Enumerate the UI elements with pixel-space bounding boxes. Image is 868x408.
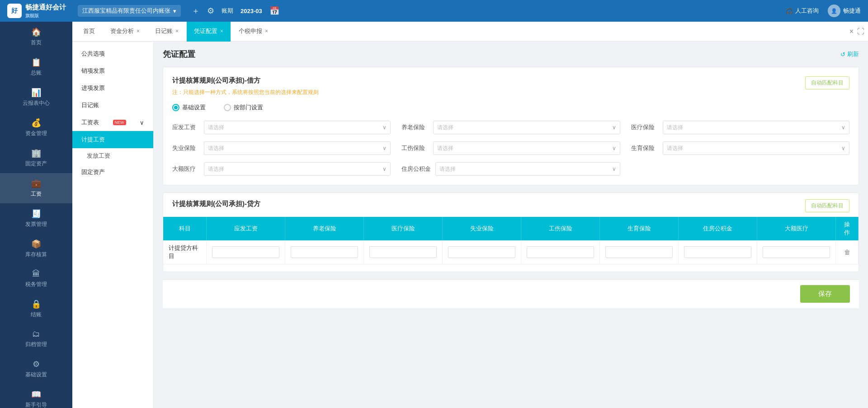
radio-group: 基础设置 按部门设置 bbox=[172, 103, 849, 112]
radio-basic[interactable]: 基础设置 bbox=[172, 103, 206, 112]
add-button[interactable]: ＋ bbox=[192, 5, 200, 16]
tab-win-controls: × ⛶ bbox=[849, 28, 864, 36]
tab-tax[interactable]: 个税申报 × bbox=[231, 22, 275, 42]
top-right: 🎧 人工咨询 👤 畅捷通 bbox=[786, 5, 861, 17]
nav-journal[interactable]: 日记账 bbox=[72, 97, 153, 114]
nav-fixed-assets[interactable]: 固定资产 bbox=[72, 164, 153, 181]
debit-section: 计提核算规则(公司承担)-借方 注：只能选择一种方式，系统将按照您当前的选择来配… bbox=[163, 67, 859, 185]
calendar-icon[interactable]: 📅 bbox=[269, 6, 279, 16]
th-salary: 应发工资 bbox=[207, 217, 285, 240]
tab-journal[interactable]: 日记账 × bbox=[148, 22, 186, 42]
sidebar-label-ledger: 总账 bbox=[31, 69, 42, 77]
nav-public[interactable]: 公共选项 bbox=[72, 45, 153, 62]
service-btn[interactable]: 🎧 人工咨询 bbox=[786, 7, 819, 15]
td-medical-input[interactable] bbox=[364, 240, 443, 264]
sidebar-item-assets[interactable]: 🏢 固定资产 bbox=[0, 143, 72, 173]
company-selector[interactable]: 江西服宝精品有限责任公司内账张 ▾ bbox=[78, 5, 181, 17]
sidebar-item-archive[interactable]: 🗂 归档管理 bbox=[0, 324, 72, 354]
select-medical-placeholder: 请选择 bbox=[667, 124, 683, 131]
sidebar-item-close[interactable]: 🔒 结账 bbox=[0, 294, 72, 324]
sidebar-label-home: 首页 bbox=[31, 39, 42, 47]
refresh-icon: ↺ bbox=[840, 51, 845, 58]
radio-dept[interactable]: 按部门设置 bbox=[224, 103, 263, 112]
tab-journal-close[interactable]: × bbox=[175, 28, 179, 34]
label-bigmedical: 大额医疗 bbox=[172, 165, 199, 173]
nav-fixed-assets-label: 固定资产 bbox=[81, 168, 105, 176]
credit-auto-match-btn[interactable]: 自动匹配科目 bbox=[805, 199, 849, 212]
sidebar-item-settings[interactable]: ⚙ 基础设置 bbox=[0, 354, 72, 384]
select-injury[interactable]: 请选择 ∨ bbox=[433, 141, 620, 155]
tab-home[interactable]: 首页 bbox=[76, 22, 102, 42]
input-maternity[interactable] bbox=[605, 246, 673, 258]
input-housing[interactable] bbox=[684, 246, 751, 258]
td-housing-input[interactable] bbox=[679, 240, 757, 264]
nav-purchase-label: 进项发票 bbox=[81, 84, 105, 92]
input-bigmedical[interactable] bbox=[763, 246, 830, 258]
select-medical[interactable]: 请选择 ∨ bbox=[663, 121, 849, 134]
select-salary[interactable]: 请选择 ∨ bbox=[204, 121, 391, 134]
tab-tax-close[interactable]: × bbox=[265, 28, 268, 34]
td-salary-input[interactable] bbox=[207, 240, 285, 264]
th-pension: 养老保险 bbox=[285, 217, 364, 240]
ledger-icon: 📋 bbox=[31, 57, 41, 67]
sidebar-item-ledger[interactable]: 📋 总账 bbox=[0, 52, 72, 82]
delete-icon[interactable]: 🗑 bbox=[844, 249, 850, 256]
select-pension[interactable]: 请选择 ∨ bbox=[433, 121, 620, 134]
win-expand-btn[interactable]: ⛶ bbox=[857, 28, 864, 36]
service-label: 人工咨询 bbox=[795, 7, 819, 15]
sidebar-item-invoices[interactable]: 🧾 发票管理 bbox=[0, 203, 72, 234]
input-unemployment[interactable] bbox=[448, 246, 515, 258]
sidebar-item-reports[interactable]: 📊 云报表中心 bbox=[0, 82, 72, 113]
chevron-icon5: ∨ bbox=[612, 145, 616, 151]
close-accounts-icon: 🔒 bbox=[31, 299, 41, 309]
select-salary-placeholder: 请选择 bbox=[208, 124, 224, 131]
content-area: 首页 资金分析 × 日记账 × 凭证配置 × 个税申报 × × ⛶ bbox=[72, 22, 868, 408]
tab-funds[interactable]: 资金分析 × bbox=[103, 22, 147, 42]
select-unemployment[interactable]: 请选择 ∨ bbox=[204, 141, 391, 155]
archive-icon: 🗂 bbox=[32, 329, 40, 339]
sidebar-item-salary[interactable]: 💼 工资 bbox=[0, 173, 72, 203]
sidebar-item-inventory[interactable]: 📦 库存核算 bbox=[0, 234, 72, 264]
sidebar-item-funds[interactable]: 💰 资金管理 bbox=[0, 113, 72, 143]
input-medical[interactable] bbox=[369, 246, 437, 258]
td-maternity-input[interactable] bbox=[600, 240, 679, 264]
sidebar-item-home[interactable]: 🏠 首页 bbox=[0, 22, 72, 52]
user-area[interactable]: 👤 畅捷通 bbox=[828, 5, 861, 17]
form-row-medical: 医疗保险 请选择 ∨ bbox=[631, 121, 849, 134]
td-action[interactable]: 🗑 bbox=[836, 240, 859, 264]
nav-salary-table[interactable]: 工资表 NEW ∨ bbox=[72, 114, 153, 131]
nav-calc-salary[interactable]: 计提工资 bbox=[72, 131, 153, 148]
select-housing[interactable]: 请选择 ∨ bbox=[435, 162, 620, 176]
chevron-icon4: ∨ bbox=[382, 145, 387, 151]
page-content: 公共选项 销项发票 进项发票 日记账 工资表 NEW ∨ 计提工资 bbox=[72, 42, 868, 408]
save-button[interactable]: 保存 bbox=[800, 285, 850, 303]
headphone-icon: 🎧 bbox=[786, 8, 793, 14]
reports-icon: 📊 bbox=[31, 88, 41, 98]
sidebar-label-reports: 云报表中心 bbox=[23, 99, 50, 107]
nav-purchase[interactable]: 进项发票 bbox=[72, 80, 153, 97]
app-version: 旗舰版 bbox=[25, 13, 66, 19]
tab-voucher-close[interactable]: × bbox=[220, 28, 223, 34]
sidebar-label-tax: 税务管理 bbox=[25, 281, 47, 288]
input-injury[interactable] bbox=[527, 246, 594, 258]
sidebar-item-guide[interactable]: 📖 新手引导 bbox=[0, 384, 72, 408]
input-salary[interactable] bbox=[212, 246, 279, 258]
debit-auto-match-btn[interactable]: 自动匹配科目 bbox=[805, 76, 849, 89]
page-header: 凭证配置 ↺ 刷新 bbox=[163, 49, 859, 60]
select-maternity[interactable]: 请选择 ∨ bbox=[663, 141, 849, 155]
nav-sales[interactable]: 销项发票 bbox=[72, 62, 153, 80]
select-bigmedical[interactable]: 请选择 ∨ bbox=[204, 162, 391, 176]
tab-voucher-config[interactable]: 凭证配置 × bbox=[187, 22, 231, 42]
win-close-btn[interactable]: × bbox=[849, 28, 854, 36]
td-bigmedical-input[interactable] bbox=[757, 240, 836, 264]
tab-funds-close[interactable]: × bbox=[137, 28, 140, 34]
select-unemployment-placeholder: 请选择 bbox=[208, 145, 224, 152]
settings-icon-btn[interactable]: ⚙ bbox=[207, 6, 214, 16]
input-pension[interactable] bbox=[291, 246, 358, 258]
sidebar-item-tax[interactable]: 🏛 税务管理 bbox=[0, 264, 72, 294]
td-pension-input[interactable] bbox=[285, 240, 364, 264]
refresh-btn[interactable]: ↺ 刷新 bbox=[840, 50, 859, 58]
td-unemployment-input[interactable] bbox=[443, 240, 521, 264]
nav-pay-salary[interactable]: 发放工资 bbox=[72, 148, 153, 164]
td-injury-input[interactable] bbox=[521, 240, 600, 264]
